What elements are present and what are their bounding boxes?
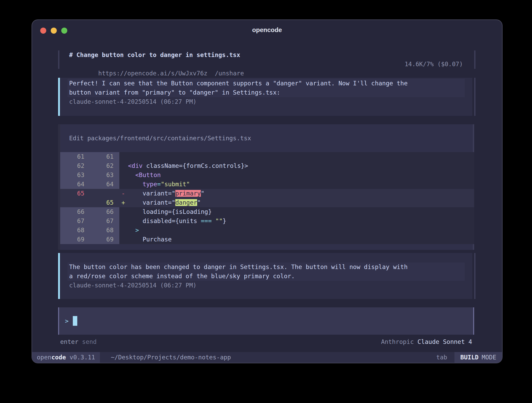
message-line: Perfect! I can see that the Button compo… bbox=[69, 79, 463, 88]
keybind-enter: enter bbox=[60, 338, 78, 345]
line-number-new: 64 bbox=[84, 180, 114, 189]
mode-name: BUILD bbox=[460, 354, 478, 361]
diff-row: 6969 Purchase bbox=[60, 235, 474, 244]
diff-marker bbox=[119, 226, 126, 235]
line-number-new: 68 bbox=[84, 226, 114, 235]
line-number-new: 61 bbox=[84, 152, 114, 161]
line-number-old: 68 bbox=[60, 226, 84, 235]
share-url-link[interactable]: https://opencode.ai/s/UwJxv76z bbox=[98, 70, 207, 77]
line-number-new: 65 bbox=[84, 198, 114, 207]
mode-badge: BUILDMODE bbox=[454, 352, 502, 363]
session-title: # Change button color to danger in setti… bbox=[69, 50, 474, 60]
status-bar: opencodev0.3.11 ~/Desktop/Projects/demo-… bbox=[32, 352, 502, 363]
code-line: <div className={formCs.controls}> bbox=[126, 161, 248, 170]
line-number-new: 62 bbox=[84, 161, 114, 170]
mode-suffix: MODE bbox=[482, 354, 496, 361]
opencode-window: opencode # Change button color to danger… bbox=[32, 19, 503, 363]
message-paragraph: Perfect! I can see that the Button compo… bbox=[68, 79, 465, 97]
diff-marker bbox=[119, 235, 126, 244]
diff-marker bbox=[119, 170, 126, 180]
model-timestamp: claude-sonnet-4-20250514 (06:27 PM) bbox=[68, 281, 465, 290]
message-line: button variant from "primary" to "danger… bbox=[69, 88, 463, 97]
diff-marker: - bbox=[119, 189, 126, 198]
line-number-old: 67 bbox=[60, 216, 84, 226]
prompt-symbol: > bbox=[65, 316, 69, 326]
diff-row: 65+ variant="danger" bbox=[60, 198, 474, 207]
code-line: Purchase bbox=[126, 235, 172, 244]
diff-view: 61616262<div className={formCs.controls}… bbox=[60, 152, 474, 244]
diff-row: 6767 disabled={units === ""} bbox=[60, 216, 474, 226]
chat-input[interactable]: > bbox=[58, 307, 474, 335]
line-number-old: 62 bbox=[60, 161, 84, 170]
edit-tool-card: Edit packages/frontend/src/containers/Se… bbox=[58, 124, 474, 250]
window-title: opencode bbox=[32, 26, 502, 34]
diff-row: 6262<div className={formCs.controls}> bbox=[60, 161, 474, 170]
line-number-old bbox=[60, 198, 84, 207]
code-line: <Button bbox=[126, 170, 161, 180]
diff-row: 6464 type="submit" bbox=[60, 180, 474, 189]
code-line: loading={isLoading} bbox=[126, 207, 212, 216]
code-line: variant="primary" bbox=[126, 189, 204, 198]
code-line: type="submit" bbox=[126, 180, 190, 189]
keybind-action: send bbox=[82, 338, 96, 345]
provider-name: Anthropic bbox=[381, 338, 414, 345]
input-left-rule bbox=[58, 307, 59, 335]
code-line: > bbox=[126, 226, 139, 235]
session-header: # Change button color to danger in setti… bbox=[58, 50, 474, 72]
line-number-old: 69 bbox=[60, 235, 84, 244]
model-timestamp: claude-sonnet-4-20250514 (06:27 PM) bbox=[68, 97, 465, 106]
edit-left-rule bbox=[58, 124, 60, 250]
message-right-rule bbox=[474, 253, 475, 299]
diff-marker bbox=[119, 152, 126, 161]
line-number-old: 66 bbox=[60, 207, 84, 216]
message-paragraph: The button color has been changed to dan… bbox=[68, 262, 465, 281]
mode-switch-keybind: tab bbox=[436, 352, 447, 363]
app-version-chip: opencodev0.3.11 bbox=[32, 352, 100, 363]
brand-open: open bbox=[37, 354, 51, 361]
line-number-old: 63 bbox=[60, 170, 84, 180]
message-line: a red/rose color scheme instead of the b… bbox=[69, 272, 463, 281]
diff-row: 6161 bbox=[60, 152, 474, 161]
code-line: variant="danger" bbox=[126, 198, 201, 207]
text-cursor bbox=[73, 316, 77, 326]
diff-marker bbox=[119, 161, 126, 170]
line-number-new: 69 bbox=[84, 235, 114, 244]
diff-marker bbox=[119, 180, 126, 189]
diff-row: 65- variant="primary" bbox=[60, 189, 474, 198]
working-directory: ~/Desktop/Projects/demo-notes-app bbox=[111, 352, 231, 363]
line-number-new: 63 bbox=[84, 170, 114, 180]
line-number-old: 61 bbox=[60, 152, 84, 161]
diff-marker bbox=[119, 216, 126, 226]
diff-row: 6868 > bbox=[60, 226, 474, 235]
line-number-old: 65 bbox=[60, 189, 84, 198]
input-hints-row: entersend AnthropicClaude Sonnet 4 bbox=[58, 337, 474, 347]
diff-row: 6363 <Button bbox=[60, 170, 474, 180]
line-number-new bbox=[84, 189, 114, 198]
input-right-rule bbox=[473, 307, 474, 335]
model-name: Claude Sonnet 4 bbox=[417, 338, 472, 345]
diff-marker bbox=[119, 207, 126, 216]
message-right-rule bbox=[474, 78, 475, 116]
code-line: disabled={units === ""} bbox=[126, 216, 226, 226]
edit-file-title: Edit packages/frontend/src/containers/Se… bbox=[58, 124, 474, 143]
app-version: v0.3.11 bbox=[70, 354, 95, 361]
brand-code: code bbox=[51, 354, 66, 361]
header-right-rule bbox=[474, 50, 475, 69]
line-number-new: 67 bbox=[84, 216, 114, 226]
code-line bbox=[126, 152, 128, 161]
message-line: The button color has been changed to dan… bbox=[69, 262, 463, 272]
line-number-new: 66 bbox=[84, 207, 114, 216]
assistant-message: Perfect! I can see that the Button compo… bbox=[58, 78, 474, 116]
titlebar: opencode bbox=[32, 20, 502, 38]
diff-row: 6666 loading={isLoading} bbox=[60, 207, 474, 216]
assistant-message: The button color has been changed to dan… bbox=[58, 253, 474, 299]
diff-marker: + bbox=[119, 198, 126, 207]
unshare-command[interactable]: /unshare bbox=[215, 70, 244, 77]
token-usage: 14.6K/7% ($0.07) bbox=[405, 60, 463, 69]
line-number-old: 64 bbox=[60, 180, 84, 189]
